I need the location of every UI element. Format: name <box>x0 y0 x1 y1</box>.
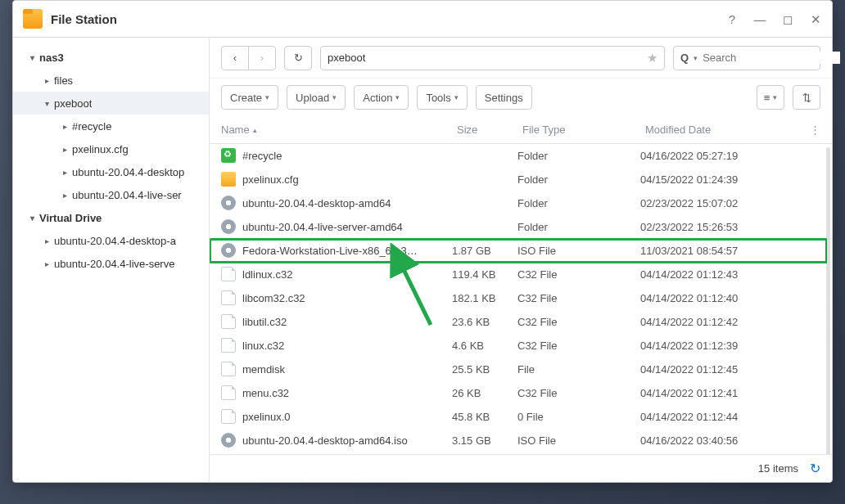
tree-item[interactable]: ▸files <box>13 69 209 92</box>
file-name: ldlinux.c32 <box>242 268 292 281</box>
path-input[interactable]: pxeboot ★ <box>320 46 665 70</box>
file-size: 1.87 GB <box>452 245 517 257</box>
table-row[interactable]: libutil.c3223.6 KBC32 File04/14/2022 01:… <box>210 310 827 334</box>
table-row[interactable]: ubuntu-20.04.4-desktop-amd64Folder02/23/… <box>210 191 827 215</box>
tree-item[interactable]: ▸ubuntu-20.04.4-live-ser <box>13 183 209 206</box>
file-date: 04/14/2022 01:12:45 <box>640 363 804 376</box>
file-icon <box>221 290 236 305</box>
upload-button[interactable]: Upload▾ <box>287 85 346 110</box>
file-name: pxelinux.cfg <box>242 173 299 186</box>
file-size: 45.8 KB <box>452 411 517 423</box>
file-size: 4.6 KB <box>452 340 517 352</box>
tree-item[interactable]: ▸#recycle <box>13 115 209 137</box>
chevron-icon: ▸ <box>43 236 51 245</box>
file-date: 04/14/2022 01:12:43 <box>640 268 804 281</box>
file-date: 04/16/2022 03:40:56 <box>640 434 804 447</box>
table-row[interactable]: pxelinux.cfgFolder04/15/2022 01:24:39 <box>210 168 827 191</box>
table-row[interactable]: ubuntu-20.04.4-live-server-amd64…1.24 GB… <box>210 452 827 454</box>
scrollbar[interactable] <box>826 147 830 454</box>
search-box[interactable]: Q▾ <box>673 46 820 70</box>
toolbar-nav: ‹ › ↻ pxeboot ★ Q▾ <box>210 38 832 79</box>
view-mode-button[interactable]: ≡▾ <box>757 85 784 110</box>
file-date: 02/23/2022 15:07:02 <box>640 197 804 209</box>
titlebar: File Station ? — ◻ ✕ <box>13 1 832 37</box>
col-type[interactable]: File Type <box>522 124 645 136</box>
star-icon[interactable]: ★ <box>647 51 657 65</box>
col-name[interactable]: Name ▴ <box>221 124 457 136</box>
tree-item[interactable]: ▸ubuntu-20.04.4-live-serve <box>13 252 209 275</box>
col-menu-icon[interactable]: ⋮ <box>809 124 820 136</box>
chevron-icon: ▸ <box>43 76 51 85</box>
tools-button[interactable]: Tools▾ <box>417 85 467 110</box>
table-row[interactable]: #recycleFolder04/16/2022 05:27:19 <box>210 144 827 168</box>
tree-item[interactable]: ▸ubuntu-20.04.4-desktop <box>13 160 209 183</box>
item-count: 15 items <box>758 462 798 475</box>
chevron-down-icon[interactable]: ▾ <box>694 54 698 62</box>
chevron-icon: ▾ <box>43 99 51 108</box>
file-type: Folder <box>517 173 640 186</box>
col-size[interactable]: Size <box>457 124 522 136</box>
table-row[interactable]: libcom32.c32182.1 KBC32 File04/14/2022 0… <box>210 286 827 310</box>
file-size: 26 KB <box>452 387 517 399</box>
sidebar: ▾ nas3 ▸files▾pxeboot▸#recycle▸pxelinux.… <box>13 38 210 482</box>
sort-asc-icon: ▴ <box>253 126 257 134</box>
file-type: C32 File <box>517 292 640 304</box>
table-row[interactable]: ubuntu-20.04.4-live-server-amd64Folder02… <box>210 215 827 239</box>
chevron-icon: ▸ <box>61 122 69 131</box>
file-type: Folder <box>517 197 640 209</box>
iso-icon <box>221 243 236 258</box>
file-name: Fedora-Workstation-Live-x86_64-3… <box>242 245 418 257</box>
tree-item[interactable]: ▾pxeboot <box>13 92 209 115</box>
iso-icon <box>221 219 236 234</box>
minimize-icon[interactable]: — <box>753 13 766 25</box>
file-size: 23.6 KB <box>452 316 517 328</box>
iso-icon <box>221 433 236 448</box>
file-name: libcom32.c32 <box>242 292 305 304</box>
file-date: 04/14/2022 01:12:39 <box>640 340 804 352</box>
file-type: 0 File <box>517 411 640 423</box>
sort-button[interactable]: ⇅ <box>793 85 820 110</box>
file-icon <box>221 267 236 281</box>
file-name: ubuntu-20.04.4-desktop-amd64.iso <box>242 434 408 447</box>
table-row[interactable]: ubuntu-20.04.4-desktop-amd64.iso3.15 GBI… <box>210 429 827 452</box>
file-size: 25.5 KB <box>452 363 517 376</box>
path-text: pxeboot <box>328 52 365 64</box>
close-icon[interactable]: ✕ <box>809 13 822 25</box>
col-date[interactable]: Modified Date <box>645 124 809 136</box>
create-button[interactable]: Create▾ <box>221 85 278 110</box>
file-size: 182.1 KB <box>452 292 517 304</box>
file-type: C32 File <box>517 268 640 281</box>
table-row[interactable]: memdisk25.5 KBFile04/14/2022 01:12:45 <box>210 358 827 381</box>
file-name: #recycle <box>242 150 282 162</box>
table-row[interactable]: linux.c324.6 KBC32 File04/14/2022 01:12:… <box>210 334 827 358</box>
tree-root-nas3[interactable]: ▾ nas3 <box>13 46 209 69</box>
file-size: 3.15 GB <box>452 434 517 447</box>
file-date: 04/14/2022 01:12:41 <box>640 387 804 399</box>
action-button[interactable]: Action▾ <box>354 85 409 110</box>
file-icon <box>221 385 236 400</box>
tree-item[interactable]: ▸pxelinux.cfg <box>13 137 209 160</box>
file-name: libutil.c32 <box>242 316 287 328</box>
reload-button[interactable]: ↻ <box>284 46 312 70</box>
iso-icon <box>221 196 236 210</box>
tree-item[interactable]: ▸ubuntu-20.04.4-desktop-a <box>13 229 209 252</box>
tree-root-virtual-drive[interactable]: ▾ Virtual Drive <box>13 206 209 229</box>
back-button[interactable]: ‹ <box>221 46 249 70</box>
chevron-icon: ▸ <box>43 259 51 268</box>
help-icon[interactable]: ? <box>725 13 739 25</box>
table-row[interactable]: pxelinux.045.8 KB0 File04/14/2022 01:12:… <box>210 405 827 429</box>
forward-button[interactable]: › <box>248 46 276 70</box>
file-list: Name ▴ Size File Type Modified Date ⋮ #r… <box>210 116 832 454</box>
refresh-icon[interactable]: ↻ <box>810 461 820 476</box>
file-type: ISO File <box>517 434 640 447</box>
table-row[interactable]: Fedora-Workstation-Live-x86_64-3…1.87 GB… <box>210 239 827 263</box>
maximize-icon[interactable]: ◻ <box>781 13 794 25</box>
search-input[interactable] <box>703 52 840 64</box>
file-name: ubuntu-20.04.4-live-server-amd64 <box>242 221 403 233</box>
search-icon: Q <box>680 52 689 64</box>
file-icon <box>221 314 236 329</box>
table-row[interactable]: menu.c3226 KBC32 File04/14/2022 01:12:41 <box>210 381 827 405</box>
chevron-icon: ▸ <box>61 191 69 200</box>
table-row[interactable]: ldlinux.c32119.4 KBC32 File04/14/2022 01… <box>210 263 827 286</box>
settings-button[interactable]: Settings <box>476 85 532 110</box>
